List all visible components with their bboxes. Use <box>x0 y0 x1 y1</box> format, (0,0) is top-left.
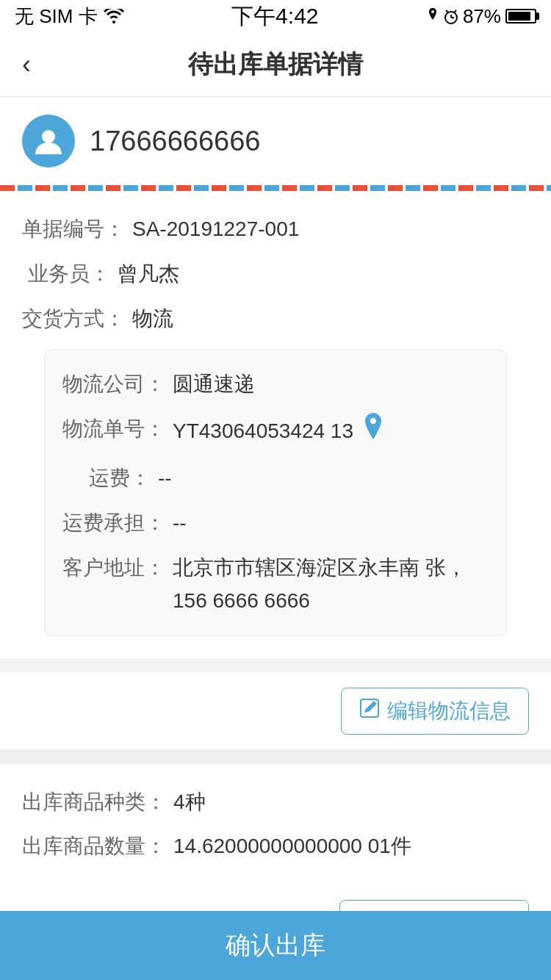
address-value: 北京市市辖区海淀区永丰南 张，156 6666 6666 <box>173 552 489 618</box>
order-number-row: 单据编号： SA-20191227-001 <box>22 213 529 246</box>
address-row: 客户地址： 北京市市辖区海淀区永丰南 张，156 6666 6666 <box>62 552 489 618</box>
stock-info-section: 出库商品种类： 4种 出库商品数量： 14.62000000000000 01件 <box>0 764 551 886</box>
customer-phone: 17666666666 <box>90 126 260 157</box>
stock-quantity-value: 14.62000000000000 01件 <box>173 830 529 863</box>
freight-bearer-row: 运费承担： -- <box>62 507 489 540</box>
edit-logistics-label: 编辑物流信息 <box>387 697 511 725</box>
freight-bearer-value: -- <box>173 507 489 540</box>
edit-btn-row: 编辑物流信息 <box>0 673 551 749</box>
svg-line-4 <box>454 10 456 12</box>
wifi-icon <box>104 9 124 24</box>
svg-line-3 <box>446 10 448 12</box>
nav-bar: ‹ 待出库单据详情 <box>0 32 551 97</box>
stock-type-row: 出库商品种类： 4种 <box>22 786 529 819</box>
logistics-tracking-row: 物流单号： YT43064053424 13 <box>62 413 489 450</box>
status-time: 下午4:42 <box>231 1 318 32</box>
delivery-method-label: 交货方式： <box>22 303 132 336</box>
logistics-company-row: 物流公司： 圆通速递 <box>62 368 489 401</box>
status-bar: 无 SIM 卡 下午4:42 87% <box>0 0 551 32</box>
avatar <box>22 115 75 167</box>
confirm-outbound-button[interactable]: 确认出库 <box>0 929 551 962</box>
dashed-divider <box>0 185 551 191</box>
stock-type-label: 出库商品种类： <box>22 786 173 819</box>
user-icon <box>32 125 65 157</box>
salesperson-value: 曾凡杰 <box>118 258 529 291</box>
freight-label: 运费： <box>62 462 158 495</box>
status-indicators: 87% <box>426 5 536 28</box>
freight-bearer-label: 运费承担： <box>62 507 173 540</box>
edit-logistics-button[interactable]: 编辑物流信息 <box>341 688 529 735</box>
delivery-method-row: 交货方式： 物流 <box>22 303 529 336</box>
back-button[interactable]: ‹ <box>22 49 31 80</box>
salesperson-label: 业务员： <box>22 258 118 291</box>
logistics-tracking-value: YT43064053424 13 <box>173 413 489 450</box>
status-carrier: 无 SIM 卡 <box>15 4 124 29</box>
edit-icon <box>359 698 380 724</box>
salesperson-row: 业务员： 曾凡杰 <box>22 258 529 291</box>
logistics-company-value: 圆通速递 <box>173 368 489 401</box>
alarm-icon <box>444 8 458 24</box>
address-label: 客户地址： <box>62 552 173 585</box>
stock-quantity-label: 出库商品数量： <box>22 830 173 863</box>
confirm-btn-wrap: 确认出库 <box>0 911 551 980</box>
logistics-company-label: 物流公司： <box>62 368 173 401</box>
order-info-section: 单据编号： SA-20191227-001 业务员： 曾凡杰 交货方式： 物流 … <box>0 191 551 658</box>
logistics-tracking-label: 物流单号： <box>62 413 173 446</box>
page-title: 待出库单据详情 <box>188 48 363 82</box>
order-number-label: 单据编号： <box>22 213 132 246</box>
logistics-card: 物流公司： 圆通速递 物流单号： YT43064053424 13 运费： -- <box>44 350 507 635</box>
stock-quantity-row: 出库商品数量： 14.62000000000000 01件 <box>22 830 529 863</box>
tracking-location-icon[interactable] <box>362 413 384 450</box>
stock-type-value: 4种 <box>173 786 529 819</box>
location-indicator-icon <box>426 8 439 24</box>
svg-point-5 <box>42 130 55 143</box>
delivery-method-value: 物流 <box>132 303 529 336</box>
freight-value: -- <box>158 462 489 495</box>
section-divider <box>0 749 551 764</box>
freight-row: 运费： -- <box>62 462 489 495</box>
battery-icon <box>505 9 536 24</box>
order-number-value: SA-20191227-001 <box>132 213 529 246</box>
customer-header: 17666666666 <box>0 97 551 185</box>
